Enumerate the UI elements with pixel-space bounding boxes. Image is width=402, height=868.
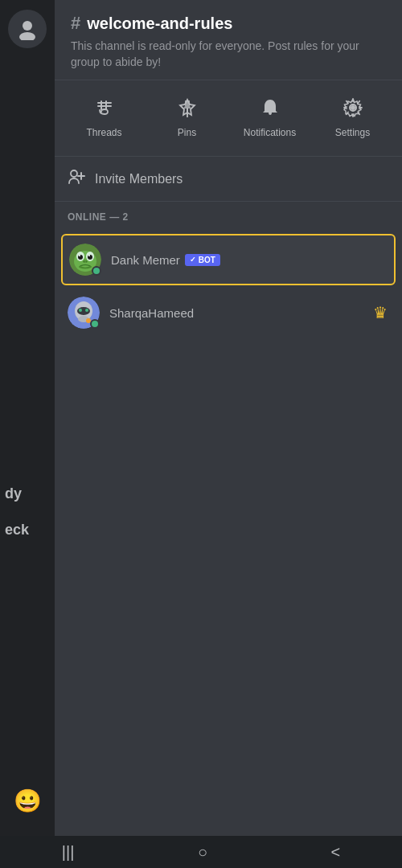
- svg-point-17: [78, 255, 83, 260]
- nav-back-button[interactable]: <: [315, 838, 357, 866]
- channel-header: # welcome-and-rules This channel is read…: [55, 0, 402, 80]
- invite-members-label: Invite Members: [95, 172, 183, 186]
- channel-description: This channel is read-only for everyone. …: [71, 39, 386, 70]
- sharqa-name: SharqaHameed: [109, 306, 194, 320]
- nav-home-button[interactable]: ○: [182, 838, 224, 866]
- member-item-dank-memer[interactable]: Dank Memer ✓ BOT ⇐: [61, 234, 396, 285]
- svg-point-10: [71, 170, 77, 177]
- invite-icon: [68, 168, 85, 190]
- svg-point-1: [19, 32, 35, 40]
- bottom-nav: ||| ○ <: [0, 836, 402, 868]
- svg-point-19: [79, 255, 80, 256]
- notifications-label: Notifications: [244, 127, 296, 138]
- svg-point-8: [351, 105, 355, 110]
- svg-point-27: [79, 309, 82, 312]
- sharqa-avatar: [68, 297, 100, 329]
- settings-icon: [343, 98, 363, 122]
- member-list: Dank Memer ✓ BOT ⇐: [55, 234, 402, 337]
- sharqa-name-row: SharqaHameed: [109, 306, 194, 320]
- svg-point-20: [88, 255, 90, 256]
- checkmark-icon: ✓: [190, 256, 196, 264]
- main-content: # welcome-and-rules This channel is read…: [55, 0, 402, 836]
- sidebar-text-dy: dy: [3, 482, 51, 506]
- toolbar: Threads Pins Notification: [55, 80, 402, 157]
- bot-badge: ✓ BOT: [185, 254, 220, 266]
- svg-point-18: [88, 255, 92, 260]
- online-indicator-sharqa: [90, 319, 100, 329]
- toolbar-pins[interactable]: Pins: [146, 93, 228, 143]
- notifications-icon: [260, 98, 280, 122]
- dank-memer-name: Dank Memer: [111, 253, 180, 267]
- toolbar-threads[interactable]: Threads: [63, 93, 146, 143]
- online-section: ONLINE — 2: [55, 202, 402, 234]
- svg-point-0: [23, 21, 32, 31]
- nav-menu-button[interactable]: |||: [46, 838, 91, 866]
- toolbar-notifications[interactable]: Notifications: [228, 93, 311, 143]
- svg-point-28: [85, 309, 88, 312]
- member-item-sharqa[interactable]: SharqaHameed ♛: [61, 289, 396, 337]
- sidebar-text-eck: eck: [3, 518, 51, 542]
- online-header: ONLINE — 2: [68, 211, 389, 223]
- threads-label: Threads: [86, 127, 121, 138]
- invite-members-row[interactable]: Invite Members: [55, 157, 402, 202]
- pins-label: Pins: [178, 127, 196, 138]
- hash-icon: #: [71, 13, 80, 34]
- svg-point-22: [84, 261, 85, 263]
- threads-icon: [95, 98, 114, 122]
- dank-memer-name-row: Dank Memer ✓ BOT: [111, 253, 220, 267]
- bot-label: BOT: [199, 256, 215, 264]
- channel-title: welcome-and-rules: [87, 14, 232, 33]
- sidebar-emoji[interactable]: 😀: [8, 781, 47, 820]
- user-avatar[interactable]: [8, 10, 47, 48]
- online-indicator: [92, 266, 101, 276]
- sidebar-strip: [0, 0, 55, 868]
- crown-icon: ♛: [373, 303, 388, 322]
- pins-icon: [178, 98, 197, 122]
- dank-memer-avatar: [69, 244, 101, 276]
- settings-label: Settings: [335, 127, 370, 138]
- toolbar-settings[interactable]: Settings: [311, 93, 394, 143]
- svg-point-23: [86, 261, 88, 263]
